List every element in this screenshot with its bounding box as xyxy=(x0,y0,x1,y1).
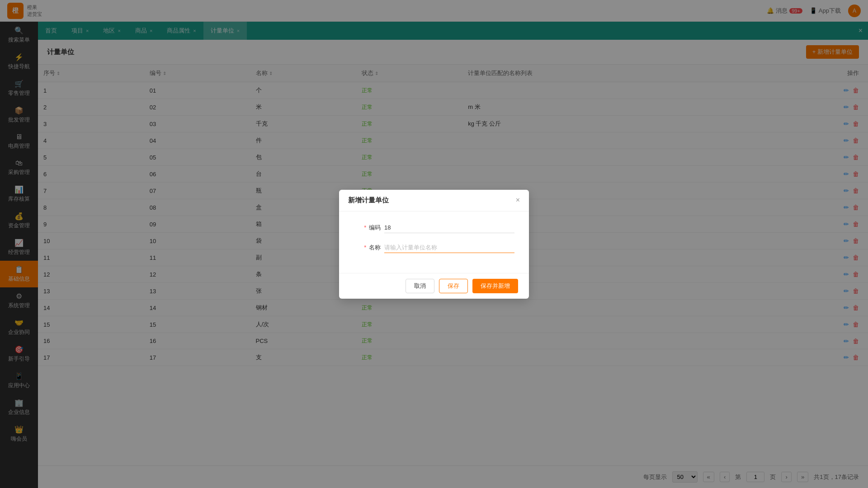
code-input[interactable] xyxy=(384,222,514,233)
required-mark: * xyxy=(364,244,366,251)
modal-title: 新增计量单位 xyxy=(348,196,389,205)
cancel-button[interactable]: 取消 xyxy=(406,279,434,293)
modal-header: 新增计量单位 × xyxy=(339,190,529,211)
form-row-code: * 编码 xyxy=(354,222,514,233)
save-button[interactable]: 保存 xyxy=(439,279,468,293)
code-label: * 编码 xyxy=(354,224,381,232)
modal-body: * 编码 * 名称 xyxy=(339,211,529,273)
name-label: * 名称 xyxy=(354,244,381,252)
required-mark: * xyxy=(364,224,366,231)
form-row-name: * 名称 xyxy=(354,242,514,253)
modal-footer: 取消 保存 保存并新增 xyxy=(339,273,529,299)
save-add-button[interactable]: 保存并新增 xyxy=(472,279,518,293)
modal-overlay[interactable]: 新增计量单位 × * 编码 * 名称 取消 保存 保存并新增 xyxy=(0,0,868,488)
name-input[interactable] xyxy=(384,242,514,253)
add-unit-modal: 新增计量单位 × * 编码 * 名称 取消 保存 保存并新增 xyxy=(339,190,529,299)
modal-close-btn[interactable]: × xyxy=(516,197,520,204)
